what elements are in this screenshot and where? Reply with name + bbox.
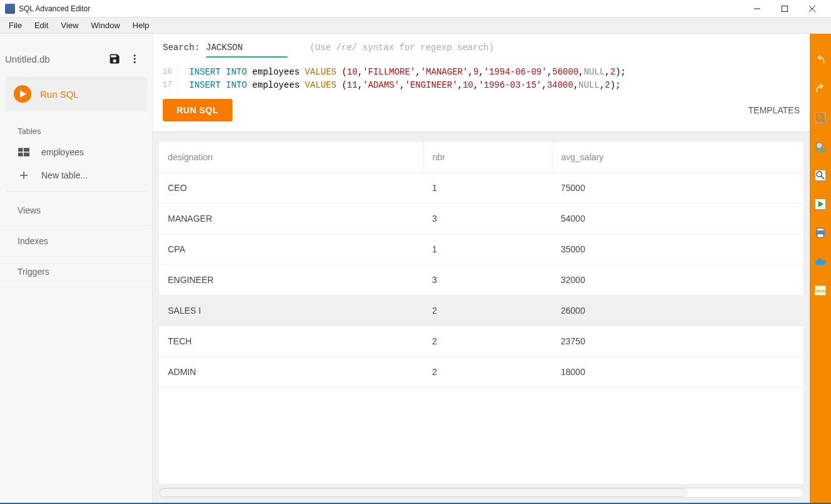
svg-marker-7 [20,90,26,98]
run-sql-button[interactable]: RUN SQL [163,99,232,121]
window-title: SQL Advanced Editor [19,4,743,13]
tables-heading: Tables [0,111,152,141]
cloud-icon[interactable] [813,254,828,269]
cell-designation: ENGINEER [159,265,423,296]
table-label: employees [41,147,84,157]
editor-area: Search: (Use /re/ syntax for regexp sear… [153,34,810,503]
cell-avg_salary: 32000 [552,265,804,296]
results-panel: designationnbravg_salary CEO175000MANAGE… [159,142,803,484]
cell-nbr: 2 [423,326,552,357]
search-label: Search: [163,43,200,53]
table-icon [18,148,30,157]
menu-view[interactable]: View [54,18,85,33]
svg-rect-16 [815,148,826,152]
editor-toolbar: RUN SQL TEMPLATES [153,91,810,132]
run-sql-sidebar-button[interactable]: Run SQL [5,76,147,111]
line-number: 16 [153,67,178,76]
close-button[interactable] [798,0,826,18]
cell-avg_salary: 26000 [552,296,804,326]
run-icon[interactable] [813,197,828,212]
table-row[interactable]: TECH223750 [159,326,803,357]
sidebar-table-employees[interactable]: employees [0,141,152,163]
col-avg_salary[interactable]: avg_salary [552,142,804,173]
cell-nbr: 1 [423,173,552,203]
table-row[interactable]: MANAGER354000 [159,203,803,234]
json-icon[interactable]: JSON [813,283,828,298]
menu-window[interactable]: Window [85,18,126,33]
cell-nbr: 3 [423,265,552,296]
sidebar-section-triggers[interactable]: Triggers [0,257,152,287]
minimize-button[interactable] [743,0,771,18]
save-icon[interactable] [107,51,122,66]
cell-avg_salary: 18000 [552,357,804,388]
print-icon[interactable] [813,225,828,240]
cell-avg_salary: 75000 [552,173,804,203]
run-sql-label: Run SQL [40,89,79,100]
find-icon[interactable] [813,139,828,154]
cell-avg_salary: 35000 [552,234,804,265]
table-row[interactable]: CEO175000 [159,173,803,203]
menu-help[interactable]: Help [126,18,156,33]
table-row[interactable]: CPA135000 [159,234,803,265]
cell-designation: CEO [159,173,423,203]
plus-icon [18,170,30,181]
svg-line-12 [822,120,825,123]
db-name: Untitled.db [5,54,102,64]
table-row[interactable]: ENGINEER332000 [159,265,803,296]
col-nbr[interactable]: nbr [423,142,552,173]
menu-file[interactable]: File [3,18,28,33]
svg-rect-24 [817,234,823,238]
cell-avg_salary: 54000 [552,203,804,234]
cell-designation: ADMIN [159,357,423,388]
zoom-icon[interactable] [813,110,828,125]
maximize-button[interactable] [771,0,798,18]
svg-text:JSON: JSON [815,289,825,293]
cell-nbr: 3 [423,203,552,234]
right-toolbar: JSON [810,34,831,503]
search-hint: (Use /re/ syntax for regexp search) [310,43,494,53]
redo-icon[interactable] [813,81,828,96]
templates-button[interactable]: TEMPLATES [748,105,800,115]
svg-point-4 [134,54,136,56]
svg-point-5 [134,58,136,60]
table-row[interactable]: ADMIN218000 [159,357,803,388]
svg-rect-1 [782,6,788,11]
line-number: 17 [153,80,178,90]
sidebar-section-indexes[interactable]: Indexes [0,226,152,257]
sidebar: Untitled.db Run SQL Tables employees New… [0,34,153,503]
window-controls [743,0,826,18]
play-icon [14,85,31,103]
menu-edit[interactable]: Edit [28,18,54,33]
table-row[interactable]: SALES I226000 [159,296,803,326]
new-table-label: New table... [41,170,88,180]
results-table: designationnbravg_salary CEO175000MANAGE… [159,142,803,388]
more-icon[interactable] [127,51,142,66]
cell-designation: CPA [159,234,423,265]
code-line[interactable]: 17INSERT INTO employees VALUES (11,'ADAM… [153,78,810,91]
main-area: Untitled.db Run SQL Tables employees New… [0,34,831,504]
app-icon [5,4,15,14]
cell-nbr: 2 [423,296,552,326]
code-line[interactable]: 16INSERT INTO employees VALUES (10,'FILL… [153,65,810,78]
sidebar-section-views[interactable]: Views [0,195,152,226]
cell-nbr: 1 [423,234,552,265]
col-designation[interactable]: designation [159,142,423,173]
undo-icon[interactable] [813,53,828,68]
cell-designation: TECH [159,326,423,357]
cell-nbr: 2 [423,357,552,388]
cell-avg_salary: 23750 [552,326,804,357]
svg-point-11 [816,113,823,121]
search-icon[interactable] [813,168,828,183]
svg-point-6 [134,61,136,63]
scrollbar-thumb[interactable] [160,488,687,497]
code-editor[interactable]: 16INSERT INTO employees VALUES (10,'FILL… [153,65,810,91]
svg-rect-22 [817,229,824,231]
db-header: Untitled.db [0,34,152,76]
new-table-button[interactable]: New table... [0,163,152,187]
search-input[interactable] [206,43,287,58]
svg-rect-10 [23,148,24,157]
title-bar: SQL Advanced Editor [0,0,831,18]
cell-designation: SALES I [159,296,423,326]
menu-bar: FileEditViewWindowHelp [0,18,831,34]
horizontal-scrollbar[interactable] [159,488,803,498]
